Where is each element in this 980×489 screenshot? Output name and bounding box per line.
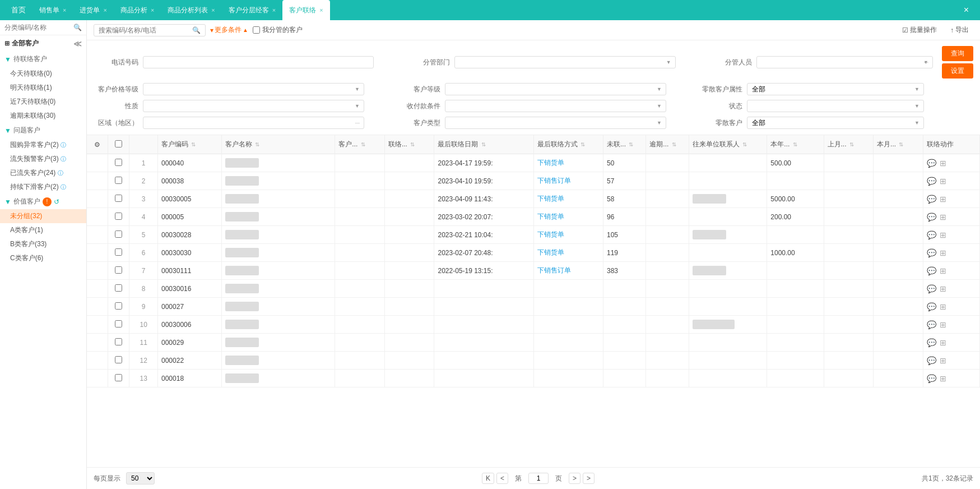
tab-product-analysis[interactable]: 商品分析 × [114,0,161,20]
all-customers-header[interactable]: ⊞ 全部客户 ≪ [0,35,86,52]
refresh-icon[interactable]: ↺ [54,198,59,206]
last-page-btn[interactable]: > [583,473,594,484]
row-checkbox[interactable] [115,195,122,202]
row-checkbox-cell[interactable] [108,154,129,172]
row-checkbox-cell[interactable] [108,262,129,280]
grid-icon[interactable]: ⊞ [940,266,946,275]
grid-icon[interactable]: ⊞ [940,213,946,222]
current-page-input[interactable] [528,473,549,484]
tab-product-list[interactable]: 商品分析列表 × [161,0,221,20]
comment-icon[interactable]: 💬 [927,320,936,329]
sidebar-item-today[interactable]: 今天待联络(0) [0,67,86,81]
pending-contact-group[interactable]: ▼ 待联络客户 [0,52,86,67]
settings-icon[interactable]: ⚙ [94,141,100,149]
row-checkbox[interactable] [115,356,122,363]
row-checkbox-cell[interactable] [108,316,129,334]
th-last-method[interactable]: 最后联络方式 ⇅ [533,135,603,154]
batch-ops-btn[interactable]: ☑ 批量操作 [898,24,941,36]
sidebar-item-ungroup[interactable]: 未分组(32) [0,209,86,223]
row-checkbox[interactable] [115,302,122,310]
sidebar-item-warning[interactable]: 流失预警客户(3) ⓘ [0,152,86,166]
grid-icon[interactable]: ⊞ [940,284,946,293]
last-method-link[interactable]: 下销售订单 [537,177,571,184]
row-checkbox-cell[interactable] [108,352,129,370]
row-last-method[interactable]: 下销货单 [533,226,603,244]
th-this-month[interactable]: 本月... ⇅ [874,135,923,154]
last-method-link[interactable]: 下销货单 [537,213,564,220]
grid-icon[interactable]: ⊞ [940,374,946,383]
sidebar-item-tomorrow[interactable]: 明天待联络(1) [0,81,86,95]
tab-sales[interactable]: 销售单 × [32,0,73,20]
sidebar-item-class-c[interactable]: C类客户(6) [0,251,86,265]
first-page-btn[interactable]: K [482,473,494,484]
tab-purchase[interactable]: 进货单 × [73,0,113,20]
grid-icon[interactable]: ⊞ [940,356,946,365]
tab-customer-contact[interactable]: 客户联络 × [282,0,329,20]
search-icon[interactable]: 🔍 [192,26,201,34]
row-last-method[interactable]: 下销货单 [533,190,603,208]
th-uncontact[interactable]: 未联... ⇅ [603,135,646,154]
staff-ellipsis[interactable]: ··· [924,59,928,66]
customer-grade-select[interactable] [445,83,666,95]
row-checkbox-cell[interactable] [108,334,129,352]
sidebar-item-abnormal[interactable]: 囤购异常客户(2) ⓘ [0,138,86,152]
customer-type-select[interactable] [445,117,666,129]
region-ellipsis[interactable]: ··· [355,120,360,126]
query-button[interactable]: 查询 [942,46,973,61]
row-last-method[interactable]: 下销货单 [533,244,603,262]
sidebar-item-lost[interactable]: 已流失客户(24) ⓘ [0,166,86,180]
dept-select[interactable] [454,56,675,68]
comment-icon[interactable]: 💬 [927,213,936,222]
row-checkbox[interactable] [115,230,122,238]
sidebar-search-input[interactable] [4,24,73,31]
row-last-method[interactable]: 下销售订单 [533,262,603,280]
th-last-date[interactable]: 最后联络日期 ⇅ [434,135,533,154]
th-name[interactable]: 客户名称 ⇅ [221,135,335,154]
problem-customers-group[interactable]: ▼ 问题客户 [0,123,86,138]
more-conditions-btn[interactable]: ▾ 更多条件 ▲ [210,25,248,35]
row-checkbox-cell[interactable] [108,190,129,208]
phone-input[interactable] [143,56,374,68]
row-checkbox[interactable] [115,213,122,220]
close-sales-tab[interactable]: × [63,7,66,13]
page-size-select[interactable]: 50 100 [126,472,155,485]
retail-customer-select[interactable]: 全部 [747,117,924,129]
pay-condition-select[interactable] [445,100,666,112]
close-purchase-tab[interactable]: × [103,7,106,13]
last-method-link[interactable]: 下销货单 [537,248,564,256]
row-checkbox-cell[interactable] [108,244,129,262]
last-method-link[interactable]: 下销售订单 [537,266,571,274]
row-checkbox[interactable] [115,248,122,256]
close-list-tab[interactable]: × [211,7,215,13]
th-settings[interactable]: ⚙ [87,135,108,154]
status-select[interactable] [747,100,924,112]
row-checkbox[interactable] [115,177,122,184]
close-analysis-tab[interactable]: × [151,7,154,13]
sidebar-search-icon[interactable]: 🔍 [73,24,82,31]
row-checkbox-cell[interactable] [108,208,129,226]
comment-icon[interactable]: 💬 [927,159,936,168]
price-grade-select[interactable] [143,83,364,95]
row-last-method[interactable]: 下销货单 [533,154,603,172]
row-checkbox-cell[interactable] [108,280,129,298]
sidebar-item-class-b[interactable]: B类客户(33) [0,237,86,251]
th-this-year[interactable]: 本年... ⇅ [767,135,824,154]
my-customers-checkbox[interactable] [253,26,260,34]
staff-input[interactable] [756,56,933,68]
row-checkbox[interactable] [115,159,122,166]
comment-icon[interactable]: 💬 [927,177,936,186]
comment-icon[interactable]: 💬 [927,230,936,239]
close-contact-tab[interactable]: × [319,7,323,13]
select-all-checkbox[interactable] [115,140,122,147]
th-last-month[interactable]: 上月... ⇅ [824,135,874,154]
row-checkbox-cell[interactable] [108,298,129,316]
row-last-method[interactable]: 下销货单 [533,208,603,226]
row-checkbox-cell[interactable] [108,370,129,387]
th-contact[interactable]: 联络... ⇅ [384,135,434,154]
th-code[interactable]: 客户编码 ⇅ [158,135,222,154]
comment-icon[interactable]: 💬 [927,248,936,257]
tab-customer-layer[interactable]: 客户分层经客 × [222,0,282,20]
grid-icon[interactable]: ⊞ [940,338,946,347]
th-checkbox[interactable] [108,135,129,154]
grid-icon[interactable]: ⊞ [940,248,946,257]
